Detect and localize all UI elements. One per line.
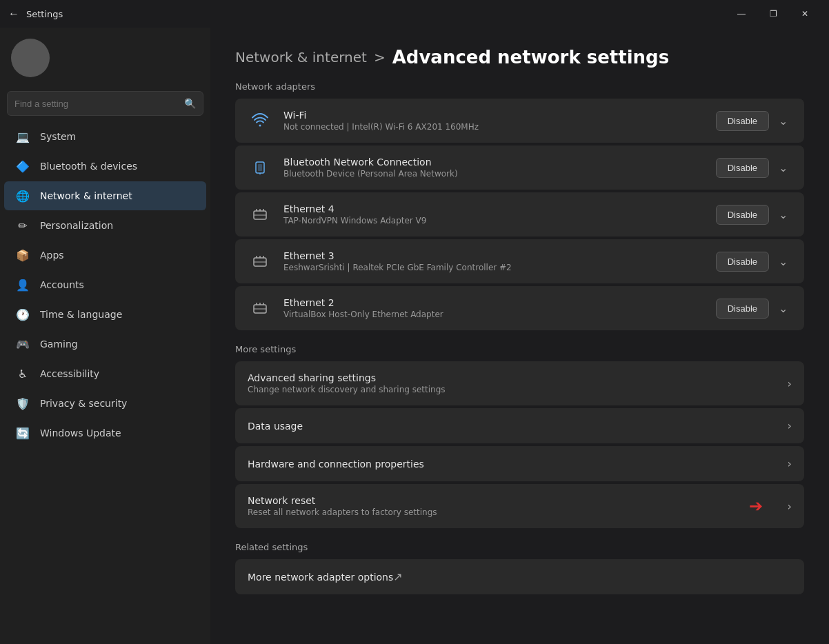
sidebar-item-gaming[interactable]: 🎮Gaming <box>4 330 206 359</box>
sidebar-item-label-windows-update: Windows Update <box>40 427 121 439</box>
page-title: Advanced network settings <box>392 47 670 68</box>
adapter-card-ethernet4: Ethernet 4TAP-NordVPN Windows Adapter V9… <box>235 192 804 237</box>
settings-card-info-advanced-sharing: Advanced sharing settingsChange network … <box>248 372 788 394</box>
adapter-actions-ethernet4: Disable⌄ <box>716 205 792 225</box>
more-settings-item-hardware-props[interactable]: Hardware and connection properties› <box>235 446 804 481</box>
close-button[interactable]: ✕ <box>789 3 821 25</box>
disable-button-ethernet2[interactable]: Disable <box>716 299 769 319</box>
adapter-actions-ethernet3: Disable⌄ <box>716 252 792 272</box>
accessibility-icon: ♿ <box>15 366 30 381</box>
related-settings-list: More network adapter options↗ <box>235 559 804 594</box>
accounts-icon: 👤 <box>15 277 30 292</box>
main-content: Network & internet > Advanced network se… <box>210 28 829 644</box>
avatar <box>11 39 50 77</box>
adapter-card-ethernet2: Ethernet 2VirtualBox Host-Only Ethernet … <box>235 286 804 330</box>
adapter-info-wifi: Wi-FiNot connected | Intel(R) Wi-Fi 6 AX… <box>283 110 716 132</box>
disable-button-wifi[interactable]: Disable <box>716 111 769 131</box>
adapters-list: Wi-FiNot connected | Intel(R) Wi-Fi 6 AX… <box>235 99 804 330</box>
related-settings-item-more-adapter-options[interactable]: More network adapter options↗ <box>235 559 804 594</box>
adapter-actions-ethernet2: Disable⌄ <box>716 299 792 319</box>
adapter-desc-bluetooth-net: Bluetooth Device (Personal Area Network) <box>283 169 716 179</box>
ethernet3-icon <box>248 249 272 274</box>
adapter-name-ethernet3: Ethernet 3 <box>283 250 716 261</box>
sidebar: 🔍 💻System🔷Bluetooth & devices🌐Network & … <box>0 28 210 644</box>
wifi-icon <box>248 108 272 133</box>
sidebar-item-label-accessibility: Accessibility <box>40 368 99 379</box>
settings-card-info-data-usage: Data usage <box>248 421 788 432</box>
adapter-name-bluetooth-net: Bluetooth Network Connection <box>283 157 716 168</box>
sidebar-item-privacy[interactable]: 🛡️Privacy & security <box>4 389 206 418</box>
adapter-info-ethernet4: Ethernet 4TAP-NordVPN Windows Adapter V9 <box>283 203 716 225</box>
svg-rect-2 <box>258 164 262 171</box>
settings-card-desc-advanced-sharing: Change network discovery and sharing set… <box>248 385 788 394</box>
personalization-icon: ✏️ <box>15 218 30 233</box>
bluetooth-icon: 🔷 <box>15 159 30 174</box>
expand-button-ethernet4[interactable]: ⌄ <box>775 205 792 224</box>
adapter-desc-ethernet3: EeshwarSrishti | Realtek PCIe GbE Family… <box>283 263 716 272</box>
settings-card-title-advanced-sharing: Advanced sharing settings <box>248 372 788 383</box>
sidebar-item-label-system: System <box>40 131 76 142</box>
minimize-button[interactable]: — <box>726 3 757 25</box>
sidebar-item-accounts[interactable]: 👤Accounts <box>4 270 206 299</box>
sidebar-item-windows-update[interactable]: 🔄Windows Update <box>4 419 206 447</box>
breadcrumb: Network & internet > Advanced network se… <box>235 47 804 68</box>
related-settings-section-title: Related settings <box>235 542 804 552</box>
sidebar-item-system[interactable]: 💻System <box>4 122 206 151</box>
adapter-desc-wifi: Not connected | Intel(R) Wi-Fi 6 AX201 1… <box>283 122 716 132</box>
adapter-desc-ethernet2: VirtualBox Host-Only Ethernet Adapter <box>283 310 716 319</box>
settings-card-title-network-reset: Network reset <box>248 495 788 506</box>
sidebar-item-personalization[interactable]: ✏️Personalization <box>4 211 206 240</box>
adapter-name-ethernet4: Ethernet 4 <box>283 203 716 214</box>
disable-button-bluetooth-net[interactable]: Disable <box>716 158 769 178</box>
search-box[interactable]: 🔍 <box>7 91 203 116</box>
sidebar-item-label-personalization: Personalization <box>40 220 113 231</box>
gaming-icon: 🎮 <box>15 336 30 352</box>
svg-point-3 <box>259 173 261 174</box>
sidebar-item-network[interactable]: 🌐Network & internet <box>4 181 206 210</box>
settings-card-info-hardware-props: Hardware and connection properties <box>248 459 788 470</box>
ethernet2-icon <box>248 296 272 321</box>
sidebar-item-label-accounts: Accounts <box>40 279 84 290</box>
app-title: Settings <box>26 9 63 19</box>
more-settings-item-data-usage[interactable]: Data usage› <box>235 408 804 443</box>
expand-button-wifi[interactable]: ⌄ <box>775 112 792 130</box>
adapter-name-wifi: Wi-Fi <box>283 110 716 121</box>
adapter-actions-wifi: Disable⌄ <box>716 111 792 131</box>
search-input[interactable] <box>14 99 184 109</box>
sidebar-item-time[interactable]: 🕐Time & language <box>4 300 206 329</box>
sidebar-item-bluetooth[interactable]: 🔷Bluetooth & devices <box>4 152 206 181</box>
windows-update-icon: 🔄 <box>15 425 30 441</box>
settings-card-chevron-data-usage: › <box>788 419 792 432</box>
adapter-card-ethernet3: Ethernet 3EeshwarSrishti | Realtek PCIe … <box>235 239 804 283</box>
adapter-name-ethernet2: Ethernet 2 <box>283 297 716 308</box>
more-settings-list: Advanced sharing settingsChange network … <box>235 361 804 528</box>
settings-card-title-hardware-props: Hardware and connection properties <box>248 459 788 470</box>
adapter-card-bluetooth-net: Bluetooth Network ConnectionBluetooth De… <box>235 145 804 190</box>
settings-card-chevron-network-reset: › <box>788 500 792 513</box>
sidebar-item-accessibility[interactable]: ♿Accessibility <box>4 359 206 388</box>
privacy-icon: 🛡️ <box>15 396 30 411</box>
adapter-card-wifi: Wi-FiNot connected | Intel(R) Wi-Fi 6 AX… <box>235 99 804 143</box>
maximize-button[interactable]: ❐ <box>757 3 789 25</box>
settings-card-title-data-usage: Data usage <box>248 421 788 432</box>
sidebar-item-apps[interactable]: 📦Apps <box>4 241 206 270</box>
settings-card-chevron-hardware-props: › <box>788 457 792 470</box>
window-controls: — ❐ ✕ <box>726 3 821 25</box>
more-settings-item-network-reset[interactable]: Network resetReset all network adapters … <box>235 484 804 528</box>
more-settings-item-advanced-sharing[interactable]: Advanced sharing settingsChange network … <box>235 361 804 405</box>
apps-icon: 📦 <box>15 248 30 263</box>
profile-section <box>0 28 210 91</box>
sidebar-item-label-apps: Apps <box>40 250 64 261</box>
system-icon: 💻 <box>15 129 30 144</box>
network-adapters-section-title: Network adapters <box>235 81 804 92</box>
back-button[interactable]: ← <box>8 8 19 20</box>
bluetooth-net-icon <box>248 155 272 180</box>
expand-button-ethernet2[interactable]: ⌄ <box>775 299 792 318</box>
disable-button-ethernet4[interactable]: Disable <box>716 205 769 225</box>
expand-button-ethernet3[interactable]: ⌄ <box>775 252 792 271</box>
expand-button-bluetooth-net[interactable]: ⌄ <box>775 159 792 177</box>
adapter-actions-bluetooth-net: Disable⌄ <box>716 158 792 178</box>
ethernet4-icon <box>248 202 272 227</box>
disable-button-ethernet3[interactable]: Disable <box>716 252 769 272</box>
adapter-info-ethernet2: Ethernet 2VirtualBox Host-Only Ethernet … <box>283 297 716 319</box>
